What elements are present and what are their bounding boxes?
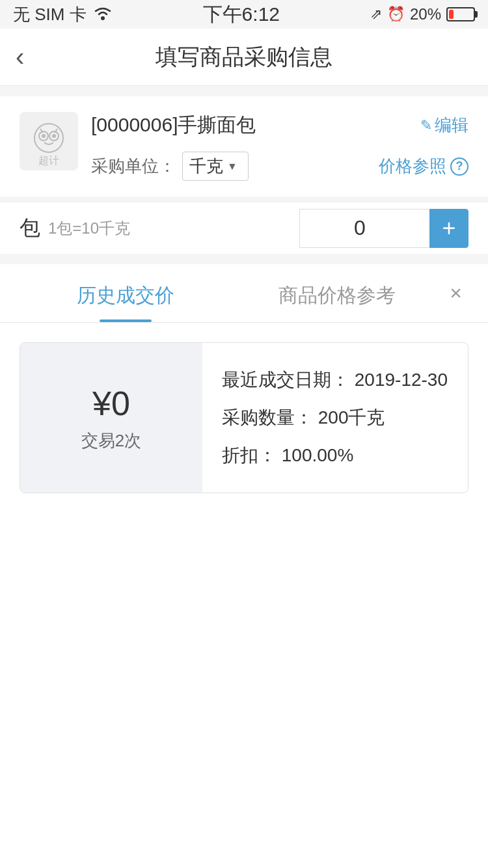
tab-header: 历史成交价 商品价格参考 × bbox=[0, 264, 488, 323]
back-button[interactable]: ‹ bbox=[16, 42, 24, 72]
purchase-qty-value: 200千克 bbox=[318, 407, 385, 427]
discount-row: 折扣： 100.00% bbox=[222, 442, 448, 469]
unit-dropdown[interactable]: 千克 bbox=[182, 152, 249, 181]
logo-text: 超计 bbox=[38, 154, 59, 168]
nav-bar: ‹ 填写商品采购信息 bbox=[0, 29, 488, 86]
purchase-qty-label: 采购数量： bbox=[222, 407, 313, 427]
product-info: [0000006]手撕面包 ✎ 编辑 采购单位： 千克 价格参照 ? bbox=[91, 112, 468, 181]
price-content: ¥0 交易2次 最近成交日期： 2019-12-30 采购数量： 200千克 折… bbox=[0, 323, 488, 513]
price-left-panel: ¥0 交易2次 bbox=[20, 343, 202, 493]
unit-value: 千克 bbox=[189, 155, 223, 178]
status-left: 无 SIM 卡 bbox=[13, 3, 113, 26]
price-amount: ¥0 bbox=[92, 384, 130, 423]
price-right-panel: 最近成交日期： 2019-12-30 采购数量： 200千克 折扣： 100.0… bbox=[202, 343, 468, 493]
quantity-label: 包 1包=10千克 bbox=[20, 214, 130, 243]
back-icon: ‹ bbox=[16, 42, 24, 71]
status-right: ⇗ ⏰ 20% bbox=[370, 5, 475, 23]
edit-icon: ✎ bbox=[420, 117, 432, 134]
info-icon: ? bbox=[450, 157, 468, 176]
quantity-section: 包 1包=10千克 + bbox=[0, 202, 488, 254]
tab-section: 历史成交价 商品价格参考 × ¥0 交易2次 最近成交日期： 2019-12-3… bbox=[0, 264, 488, 868]
edit-label: 编辑 bbox=[435, 114, 468, 137]
discount-value: 100.00% bbox=[282, 445, 354, 465]
purchase-unit-left: 采购单位： 千克 bbox=[91, 152, 249, 181]
battery-icon bbox=[446, 7, 475, 21]
recent-date-value: 2019-12-30 bbox=[355, 370, 448, 390]
recent-date-label: 最近成交日期： bbox=[222, 370, 349, 390]
tab-history-label: 历史成交价 bbox=[77, 284, 174, 306]
tab-history-price[interactable]: 历史成交价 bbox=[20, 264, 232, 322]
status-time: 下午6:12 bbox=[203, 1, 280, 28]
tab-close-button[interactable]: × bbox=[443, 268, 468, 318]
price-ref-button[interactable]: 价格参照 ? bbox=[379, 155, 468, 178]
price-card: ¥0 交易2次 最近成交日期： 2019-12-30 采购数量： 200千克 折… bbox=[20, 342, 468, 493]
product-logo: 超计 bbox=[20, 112, 78, 170]
wifi-icon bbox=[93, 5, 113, 25]
content-space bbox=[0, 513, 488, 868]
edit-button[interactable]: ✎ 编辑 bbox=[420, 114, 468, 137]
page-title: 填写商品采购信息 bbox=[156, 42, 332, 72]
close-icon: × bbox=[450, 281, 462, 305]
quantity-input-group: + bbox=[299, 209, 468, 248]
product-card: 超计 [0000006]手撕面包 ✎ 编辑 采购单位： 千克 价格参照 bbox=[0, 96, 488, 197]
price-ref-label: 价格参照 bbox=[379, 155, 446, 178]
price-trades: 交易2次 bbox=[81, 429, 141, 452]
location-icon: ⇗ bbox=[370, 6, 382, 23]
plus-icon: + bbox=[442, 215, 455, 242]
carrier-text: 无 SIM 卡 bbox=[13, 3, 87, 26]
quantity-plus-button[interactable]: + bbox=[429, 209, 468, 248]
recent-date-row: 最近成交日期： 2019-12-30 bbox=[222, 366, 448, 394]
alarm-icon: ⏰ bbox=[387, 6, 405, 23]
quantity-input[interactable] bbox=[299, 209, 429, 248]
product-name-row: [0000006]手撕面包 ✎ 编辑 bbox=[91, 112, 468, 139]
svg-point-4 bbox=[42, 134, 46, 138]
qty-unit: 包 bbox=[20, 214, 40, 243]
status-bar: 无 SIM 卡 下午6:12 ⇗ ⏰ 20% bbox=[0, 0, 488, 29]
tab-price-reference[interactable]: 商品价格参考 bbox=[232, 264, 444, 322]
purchase-unit-row: 采购单位： 千克 价格参照 ? bbox=[91, 152, 468, 181]
svg-point-5 bbox=[52, 134, 56, 138]
qty-conversion: 1包=10千克 bbox=[48, 218, 130, 239]
discount-label: 折扣： bbox=[222, 445, 277, 465]
tab-price-ref-label: 商品价格参考 bbox=[278, 284, 396, 306]
svg-point-0 bbox=[101, 16, 105, 20]
purchase-unit-label: 采购单位： bbox=[91, 155, 176, 178]
product-name: [0000006]手撕面包 bbox=[91, 112, 256, 139]
battery-percent: 20% bbox=[410, 5, 441, 23]
product-header: 超计 [0000006]手撕面包 ✎ 编辑 采购单位： 千克 价格参照 bbox=[20, 112, 468, 181]
purchase-qty-row: 采购数量： 200千克 bbox=[222, 404, 448, 431]
